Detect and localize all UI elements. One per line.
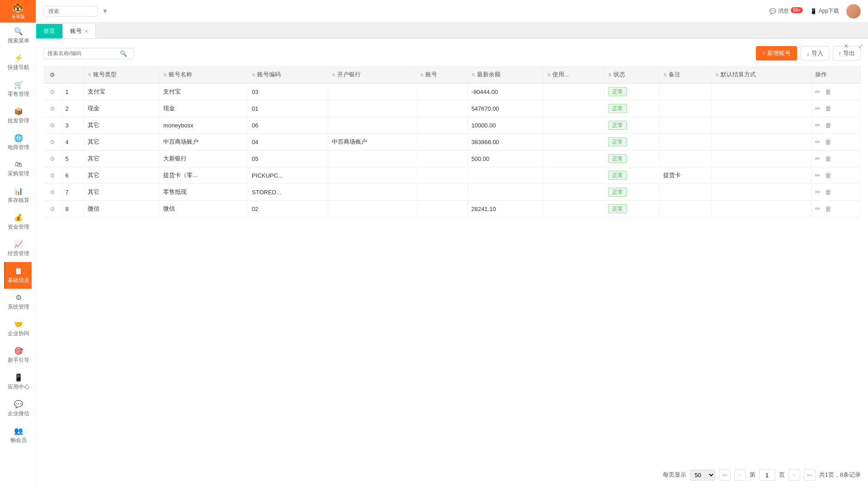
topbar-search-input[interactable] [43, 6, 98, 17]
row-gear[interactable]: ⚙ [43, 134, 61, 150]
sidebar-item-wholesale-mgmt[interactable]: 📦批发管理 [4, 103, 32, 129]
avatar[interactable] [846, 4, 861, 19]
row-status: 正常 [604, 84, 660, 100]
content-close-btn[interactable]: ✕ [839, 39, 854, 53]
content-controls: ✕ ⤢ [839, 39, 868, 53]
edit-icon[interactable]: ✏ [815, 138, 821, 145]
col-remark[interactable]: ⇅备注 [659, 66, 711, 84]
row-gear[interactable]: ⚙ [43, 201, 61, 217]
delete-icon[interactable]: 🗑 [825, 88, 831, 95]
sidebar-item-capital-mgmt[interactable]: 💰资金管理 [4, 209, 32, 235]
page-input[interactable] [759, 469, 775, 481]
row-gear[interactable]: ⚙ [43, 167, 61, 184]
enterprise-wechat-icon: 💬 [14, 400, 23, 408]
per-page-select[interactable]: 50 20 100 [690, 469, 715, 481]
row-default-settlement [712, 201, 811, 217]
sidebar-item-retail-mgmt[interactable]: 🛒零售管理 [4, 76, 32, 103]
row-account-code: 01 [248, 100, 328, 117]
logo-icon: 🐯 [12, 3, 24, 14]
col-bank[interactable]: ⇅开户银行 [328, 66, 416, 84]
delete-icon[interactable]: 🗑 [825, 122, 831, 129]
row-gear[interactable]: ⚙ [43, 84, 61, 100]
prev-page-btn[interactable]: ‹ [734, 469, 746, 481]
col-gear[interactable]: ⚙ [43, 66, 61, 84]
sidebar-item-purchase-mgmt[interactable]: 🛍采购管理 [4, 156, 32, 182]
first-page-btn[interactable]: ⏮ [719, 469, 731, 481]
row-index: 6 [61, 167, 84, 184]
topbar-dropdown-icon[interactable]: ▼ [102, 8, 108, 14]
tab-close-account[interactable]: ✕ [85, 29, 88, 34]
row-action: ✏ 🗑 [811, 117, 860, 134]
sidebar-item-inventory-calc[interactable]: 📊库存核算 [4, 182, 32, 209]
sidebar-item-app-center[interactable]: 📱应用中心 [4, 369, 32, 395]
status-badge: 正常 [608, 87, 627, 96]
sidebar-item-label: 批发管理 [8, 117, 29, 125]
next-page-btn[interactable]: › [788, 469, 800, 481]
sidebar-item-beginner-guide[interactable]: 🎯新手引导 [4, 342, 32, 369]
sidebar-item-ecommerce-mgmt[interactable]: 🌐电商管理 [4, 129, 32, 156]
delete-icon[interactable]: 🗑 [825, 188, 831, 196]
delete-icon[interactable]: 🗑 [825, 138, 831, 145]
content-expand-btn[interactable]: ⤢ [854, 39, 868, 53]
delete-icon[interactable]: 🗑 [825, 105, 831, 112]
row-gear[interactable]: ⚙ [43, 150, 61, 167]
sidebar-item-member[interactable]: 👥畅会员 [4, 422, 32, 449]
sidebar-item-label: 应用中心 [8, 383, 29, 391]
app-download-button[interactable]: 📱 App下载 [810, 7, 839, 15]
row-latest-balance: -90444.00 [467, 84, 543, 100]
table-body: ⚙ 1 支付宝 支付宝 03 -90444.00 正常 ✏ 🗑 ⚙ 2 现金 现… [43, 84, 861, 217]
tab-account[interactable]: 账号✕ [63, 24, 96, 38]
row-index: 5 [61, 150, 84, 167]
col-account-name[interactable]: ⇅账号名称 [160, 66, 248, 84]
row-latest-balance: 547670.00 [467, 100, 543, 117]
status-badge: 正常 [608, 188, 627, 197]
delete-icon[interactable]: 🗑 [825, 155, 831, 162]
row-account-name: 中百商场账户 [160, 134, 248, 150]
col-latest-balance[interactable]: ⇅最新余额 [467, 66, 543, 84]
search-input[interactable] [47, 50, 120, 56]
tab-home[interactable]: 首页 [36, 24, 63, 38]
search-menu-icon: 🔍 [14, 27, 23, 36]
edit-icon[interactable]: ✏ [815, 188, 821, 196]
app-download-icon: 📱 [810, 8, 817, 14]
edit-icon[interactable]: ✏ [815, 155, 821, 162]
edit-icon[interactable]: ✏ [815, 122, 821, 129]
page-suffix: 页 [779, 471, 785, 479]
sidebar-item-label: 快捷导航 [8, 64, 29, 71]
delete-icon[interactable]: 🗑 [825, 172, 831, 179]
row-account-type: 其它 [84, 167, 160, 184]
message-icon: 💬 [769, 8, 776, 14]
table-row: ⚙ 5 其它 大新银行 05 500.00 正常 ✏ 🗑 [43, 150, 861, 167]
col-status[interactable]: ⇅状态 [604, 66, 660, 84]
sidebar-item-basic-info[interactable]: 📋基础信息 [4, 262, 32, 289]
edit-icon[interactable]: ✏ [815, 88, 821, 95]
row-gear[interactable]: ⚙ [43, 184, 61, 201]
row-account-code: PICKUPC... [248, 167, 328, 184]
message-button[interactable]: 💬 消息 99+ [769, 7, 803, 15]
col-usage[interactable]: ⇅使用... [543, 66, 604, 84]
row-gear[interactable]: ⚙ [43, 100, 61, 117]
row-gear[interactable]: ⚙ [43, 117, 61, 134]
search-icon[interactable]: 🔍 [120, 50, 127, 57]
col-default-settlement[interactable]: ⇅默认结算方式 [712, 66, 811, 84]
sidebar-item-quick-nav[interactable]: ⚡快捷导航 [4, 49, 32, 76]
col-account-code[interactable]: ⇅账号编码 [248, 66, 328, 84]
col-account-type[interactable]: ⇅账号类型 [84, 66, 160, 84]
ecommerce-mgmt-icon: 🌐 [14, 134, 23, 142]
edit-icon[interactable]: ✏ [815, 205, 821, 212]
sidebar-item-system-mgmt[interactable]: ⚙系统管理 [4, 289, 32, 315]
sidebar-item-operation-mgmt[interactable]: 📈经营管理 [4, 235, 32, 262]
add-account-button[interactable]: + 新增账号 [756, 46, 797, 61]
col-account-no[interactable]: ⇅账号 [416, 66, 467, 84]
row-account-type: 其它 [84, 184, 160, 201]
import-button[interactable]: ↓ 导入 [801, 46, 829, 61]
delete-icon[interactable]: 🗑 [825, 205, 831, 212]
sidebar-item-enterprise-wechat[interactable]: 💬企业微信 [4, 395, 32, 422]
edit-icon[interactable]: ✏ [815, 105, 821, 112]
sidebar-item-search-menu[interactable]: 🔍搜索菜单 [4, 23, 32, 49]
last-page-btn[interactable]: ⏭ [804, 469, 816, 481]
tab-label-home: 首页 [43, 27, 55, 35]
edit-icon[interactable]: ✏ [815, 172, 821, 179]
sidebar-item-enterprise-agreement[interactable]: 🤝企业协同 [4, 315, 32, 342]
message-label: 消息 [778, 7, 789, 15]
